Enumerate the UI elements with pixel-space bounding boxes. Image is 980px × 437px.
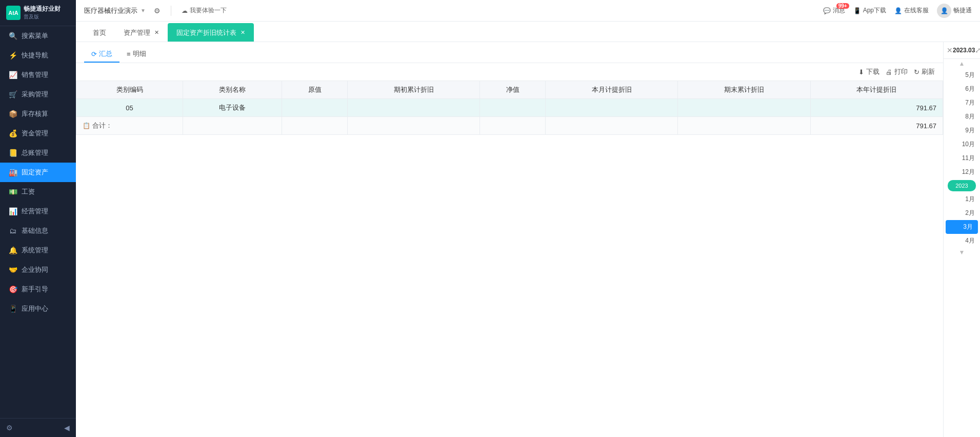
online-service-action[interactable]: 👤 在线客服	[894, 6, 929, 15]
sidebar-item-label: 基础信息	[22, 226, 48, 235]
subtab-summary[interactable]: ⟳ 汇总	[84, 46, 119, 63]
sidebar-item-purchase[interactable]: 🛒 采购管理	[0, 85, 76, 104]
sidebar-item-system[interactable]: 🔔 系统管理	[0, 241, 76, 260]
sidebar-item-label: 系统管理	[22, 246, 48, 255]
experience-button[interactable]: ☁ 我要体验一下	[182, 6, 227, 15]
month-3-active[interactable]: 3月	[946, 220, 978, 234]
refresh-label: 刷新	[922, 67, 935, 76]
company-name: 医疗器械行业演示	[84, 6, 137, 15]
col-accum-dep: 期初累计折旧	[348, 81, 480, 99]
sidebar-item-label: 快捷导航	[22, 51, 48, 60]
tab-assets-label: 资产管理	[124, 28, 150, 37]
sidebar-item-ledger[interactable]: 📒 总账管理	[0, 143, 76, 163]
collapse-icon[interactable]: ◀	[64, 424, 70, 432]
tab-assets-close[interactable]: ✕	[154, 29, 159, 36]
month-10[interactable]: 10月	[944, 137, 980, 151]
row-original	[282, 99, 348, 117]
company-dropdown-arrow: ▼	[141, 8, 146, 13]
sidebar-logo: AtA 畅捷通好业财 普及版	[0, 0, 76, 26]
col-year-dep: 本年计提折旧	[810, 81, 943, 99]
row-year-dep: 791.67	[810, 99, 943, 117]
month-4[interactable]: 4月	[944, 234, 980, 248]
header-right: 💬 消息 99+ 📱 App下载 👤 在线客服 👤 畅捷通	[823, 4, 972, 18]
month-9[interactable]: 9月	[944, 124, 980, 137]
app-edition: 普及版	[24, 13, 61, 21]
sub-tabs: ⟳ 汇总 ≡ 明细	[76, 42, 943, 63]
download-toolbar-icon: ⬇	[858, 68, 864, 76]
col-month-dep: 本月计提折旧	[546, 81, 678, 99]
header-settings-icon[interactable]: ⚙	[154, 7, 161, 15]
app-download-action[interactable]: 📱 App下载	[853, 6, 886, 15]
sidebar-item-appcenter[interactable]: 📱 应用中心	[0, 299, 76, 319]
row-accum-dep	[348, 99, 480, 117]
depreciation-table: 类别编码 类别名称 原值 期初累计折旧 净值 本月计提折旧 期末累计折旧 本年计…	[76, 81, 943, 135]
right-panel-expand-icon[interactable]: ⤢	[975, 46, 980, 54]
col-net-value: 净值	[480, 81, 546, 99]
experience-icon: ☁	[182, 7, 188, 14]
sidebar-item-label: 新手引导	[22, 285, 48, 294]
sidebar-item-enterprise[interactable]: 🤝 企业协同	[0, 260, 76, 280]
sidebar-item-label: 固定资产	[22, 168, 48, 177]
tab-depreciation-close[interactable]: ✕	[241, 29, 245, 36]
sidebar-item-fixed[interactable]: 🏭 固定资产	[0, 163, 76, 182]
total-original	[282, 117, 348, 135]
download-button[interactable]: ⬇ 下载	[858, 67, 879, 76]
sidebar-item-label: 搜索菜单	[22, 31, 48, 41]
settings-footer-icon[interactable]: ⚙	[6, 424, 13, 432]
scroll-up-button[interactable]: ▲	[944, 59, 980, 68]
sidebar-item-guide[interactable]: 🎯 新手引导	[0, 280, 76, 299]
tab-home[interactable]: 首页	[84, 23, 115, 42]
month-6[interactable]: 6月	[944, 82, 980, 96]
total-accum-dep	[348, 117, 480, 135]
sidebar-item-basics[interactable]: 🗂 基础信息	[0, 221, 76, 241]
sidebar-item-label: 企业协同	[22, 265, 48, 274]
app-download-label: App下载	[863, 6, 886, 15]
date-scroll[interactable]: ▲ 5月 6月 7月 8月 9月 10月 11月 12月 2023 1月 2月 …	[944, 59, 980, 437]
tab-assets[interactable]: 资产管理 ✕	[115, 23, 168, 42]
right-panel-close-icon[interactable]: ✕	[947, 46, 953, 54]
message-icon: 💬	[823, 7, 831, 14]
enterprise-icon: 🤝	[8, 266, 17, 274]
month-5[interactable]: 5月	[944, 68, 980, 82]
print-button[interactable]: 🖨 打印	[886, 67, 908, 76]
top-header: 医疗器械行业演示 ▼ ⚙ ☁ 我要体验一下 💬 消息 99+ 📱 App下载 👤…	[76, 0, 980, 22]
operations-icon: 📊	[8, 207, 17, 215]
month-2[interactable]: 2月	[944, 206, 980, 220]
sidebar-item-label: 经营管理	[22, 207, 48, 216]
refresh-button[interactable]: ↻ 刷新	[914, 67, 935, 76]
table-toolbar: ⬇ 下载 🖨 打印 ↻ 刷新	[76, 63, 943, 81]
row-period-accum	[678, 99, 810, 117]
sidebar-item-finance[interactable]: 💰 资金管理	[0, 124, 76, 143]
subtab-detail[interactable]: ≡ 明细	[119, 46, 153, 63]
user-action[interactable]: 👤 畅捷通	[937, 4, 972, 18]
month-12[interactable]: 12月	[944, 165, 980, 179]
month-8[interactable]: 8月	[944, 110, 980, 124]
sidebar-item-inventory[interactable]: 📦 库存核算	[0, 104, 76, 124]
month-7[interactable]: 7月	[944, 96, 980, 110]
company-selector[interactable]: 医疗器械行业演示 ▼	[84, 6, 146, 15]
tab-depreciation[interactable]: 固定资产折旧统计表 ✕	[168, 23, 254, 42]
sidebar-item-sales[interactable]: 📈 销售管理	[0, 65, 76, 85]
sidebar-item-quicknav[interactable]: ⚡ 快捷导航	[0, 46, 76, 65]
logo-text: 畅捷通好业财 普及版	[24, 5, 61, 21]
sidebar-item-label: 资金管理	[22, 129, 48, 138]
content-area: ⟳ 汇总 ≡ 明细 ⬇ 下载 🖨 打印 ↻	[76, 42, 943, 437]
sidebar-item-search[interactable]: 🔍 搜索菜单	[0, 26, 76, 46]
subtab-detail-label: 明细	[133, 49, 146, 58]
scroll-down-button[interactable]: ▼	[944, 248, 980, 257]
sales-icon: 📈	[8, 71, 17, 79]
total-row: 📋 合计： 791.67	[76, 117, 943, 135]
month-11[interactable]: 11月	[944, 151, 980, 165]
row-code: 05	[76, 99, 183, 117]
table-wrapper: 类别编码 类别名称 原值 期初累计折旧 净值 本月计提折旧 期末累计折旧 本年计…	[76, 81, 943, 437]
summary-icon: ⟳	[91, 50, 97, 58]
message-action[interactable]: 💬 消息 99+	[823, 6, 845, 15]
header-divider	[171, 6, 171, 16]
sidebar-item-operations[interactable]: 📊 经营管理	[0, 202, 76, 221]
tabs-bar: 首页 资产管理 ✕ 固定资产折旧统计表 ✕	[76, 22, 980, 42]
search-icon: 🔍	[8, 32, 17, 40]
year-badge: 2023	[948, 180, 976, 191]
sidebar-item-salary[interactable]: 💵 工资	[0, 182, 76, 202]
online-service-label: 在线客服	[904, 6, 929, 15]
month-1[interactable]: 1月	[944, 192, 980, 206]
